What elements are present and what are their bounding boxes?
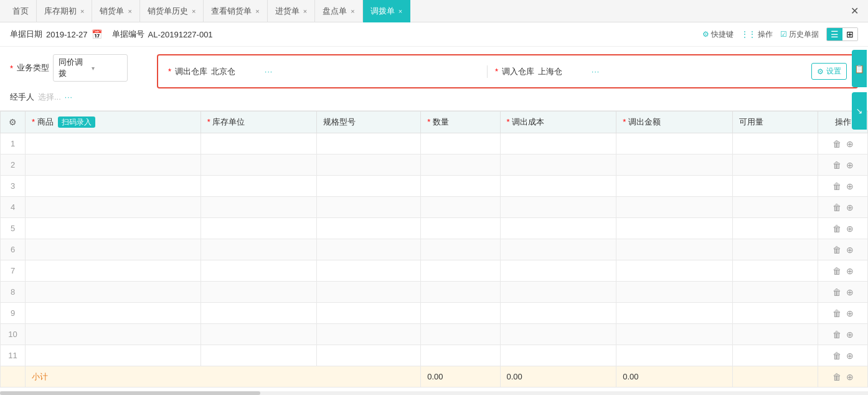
- tab-inventory-check[interactable]: 盘点单 ×: [315, 0, 362, 22]
- cell-quantity[interactable]: [421, 155, 500, 176]
- cell-product[interactable]: [26, 155, 201, 176]
- settings-button[interactable]: ⚙ 设置: [811, 63, 847, 80]
- cell-spec[interactable]: [317, 155, 421, 176]
- cell-quantity[interactable]: [421, 260, 500, 282]
- cell-product[interactable]: [26, 239, 201, 260]
- cell-unit[interactable]: [200, 155, 317, 176]
- cell-transfer-cost[interactable]: [500, 324, 616, 345]
- cell-transfer-amount[interactable]: [616, 155, 733, 176]
- tab-transfer-order[interactable]: 调拨单 ×: [363, 0, 410, 22]
- delete-row-icon[interactable]: 🗑: [833, 266, 841, 276]
- scroll-thumb[interactable]: [0, 391, 260, 395]
- cell-transfer-amount[interactable]: [616, 324, 733, 345]
- cell-spec[interactable]: [317, 176, 421, 197]
- cell-spec[interactable]: [317, 239, 421, 260]
- cell-unit[interactable]: [200, 197, 317, 218]
- cell-unit[interactable]: [200, 345, 317, 366]
- cell-spec[interactable]: [317, 260, 421, 282]
- warehouse-out-more-icon[interactable]: ···: [265, 67, 273, 76]
- cell-product[interactable]: [26, 176, 201, 197]
- list-view-button[interactable]: ☰: [827, 28, 842, 40]
- cell-available[interactable]: [732, 218, 818, 239]
- cell-product[interactable]: [26, 218, 201, 239]
- cell-transfer-cost[interactable]: [500, 197, 616, 218]
- delete-row-icon[interactable]: 🗑: [833, 287, 841, 297]
- cell-product[interactable]: [26, 197, 201, 218]
- cell-transfer-cost[interactable]: [500, 218, 616, 239]
- close-tab-inventory-init[interactable]: ×: [80, 7, 84, 15]
- person-input[interactable]: 选择...: [38, 92, 61, 103]
- cell-transfer-cost[interactable]: [500, 303, 616, 324]
- cell-transfer-cost[interactable]: [500, 345, 616, 366]
- tab-view-sales[interactable]: 查看销货单 ×: [204, 0, 267, 22]
- cell-unit[interactable]: [200, 218, 317, 239]
- cell-unit[interactable]: [200, 239, 317, 260]
- cell-transfer-cost[interactable]: [500, 133, 616, 155]
- cell-spec[interactable]: [317, 133, 421, 155]
- delete-row-icon[interactable]: 🗑: [833, 330, 841, 340]
- tab-inventory-init[interactable]: 库存期初 ×: [37, 0, 92, 22]
- cell-spec[interactable]: [317, 218, 421, 239]
- delete-row-icon[interactable]: 🗑: [833, 308, 841, 318]
- tab-home[interactable]: 首页: [5, 0, 37, 22]
- person-more-icon[interactable]: ···: [65, 93, 73, 102]
- cell-transfer-amount[interactable]: [616, 176, 733, 197]
- cell-product[interactable]: [26, 133, 201, 155]
- cell-unit[interactable]: [200, 176, 317, 197]
- cell-available[interactable]: [732, 303, 818, 324]
- close-tab-view-sales[interactable]: ×: [255, 7, 259, 15]
- cell-available[interactable]: [732, 324, 818, 345]
- cell-transfer-amount[interactable]: [616, 133, 733, 155]
- calendar-icon[interactable]: 📅: [92, 29, 102, 39]
- cell-quantity[interactable]: [421, 197, 500, 218]
- cell-quantity[interactable]: [421, 303, 500, 324]
- th-settings[interactable]: ⚙: [1, 112, 26, 133]
- cell-transfer-amount[interactable]: [616, 303, 733, 324]
- delete-row-icon[interactable]: 🗑: [833, 224, 841, 234]
- cell-spec[interactable]: [317, 345, 421, 366]
- close-tab-sales-history[interactable]: ×: [192, 7, 196, 15]
- delete-row-icon[interactable]: 🗑: [833, 202, 841, 212]
- cell-product[interactable]: [26, 345, 201, 366]
- tab-sales-order[interactable]: 销货单 ×: [92, 0, 139, 22]
- cell-transfer-cost[interactable]: [500, 239, 616, 260]
- cell-quantity[interactable]: [421, 218, 500, 239]
- cell-transfer-cost[interactable]: [500, 282, 616, 303]
- cell-transfer-amount[interactable]: [616, 239, 733, 260]
- cell-available[interactable]: [732, 155, 818, 176]
- cell-transfer-cost[interactable]: [500, 260, 616, 282]
- cell-available[interactable]: [732, 282, 818, 303]
- cell-product[interactable]: [26, 324, 201, 345]
- cell-available[interactable]: [732, 133, 818, 155]
- column-settings-icon[interactable]: ⚙: [9, 117, 17, 127]
- cell-unit[interactable]: [200, 324, 317, 345]
- cell-available[interactable]: [732, 176, 818, 197]
- cell-available[interactable]: [732, 260, 818, 282]
- operation-button[interactable]: ⋮⋮ 操作: [741, 29, 773, 40]
- delete-row-icon[interactable]: 🗑: [833, 351, 841, 361]
- cell-quantity[interactable]: [421, 282, 500, 303]
- cell-quantity[interactable]: [421, 324, 500, 345]
- cell-transfer-amount[interactable]: [616, 282, 733, 303]
- cell-transfer-amount[interactable]: [616, 260, 733, 282]
- sidebar-expand-button[interactable]: ↗: [852, 92, 867, 130]
- close-tab-transfer-order[interactable]: ×: [399, 7, 402, 15]
- tab-sales-history[interactable]: 销货单历史 ×: [140, 0, 204, 22]
- cell-transfer-amount[interactable]: [616, 218, 733, 239]
- sidebar-notes-button[interactable]: 📋: [852, 50, 867, 87]
- cell-transfer-cost[interactable]: [500, 176, 616, 197]
- delete-row-icon[interactable]: 🗑: [833, 160, 841, 170]
- scan-input-button[interactable]: 扫码录入: [58, 117, 95, 128]
- cell-transfer-amount[interactable]: [616, 197, 733, 218]
- close-tab-inventory-check[interactable]: ×: [351, 7, 354, 15]
- cell-quantity[interactable]: [421, 133, 500, 155]
- cell-transfer-amount[interactable]: [616, 345, 733, 366]
- cell-available[interactable]: [732, 345, 818, 366]
- cell-unit[interactable]: [200, 282, 317, 303]
- delete-row-icon[interactable]: 🗑: [833, 139, 841, 149]
- subtotal-delete-icon[interactable]: 🗑: [833, 372, 841, 382]
- cell-unit[interactable]: [200, 133, 317, 155]
- cell-quantity[interactable]: [421, 239, 500, 260]
- tab-purchase-order[interactable]: 进货单 ×: [268, 0, 315, 22]
- close-tab-sales-order[interactable]: ×: [128, 7, 131, 15]
